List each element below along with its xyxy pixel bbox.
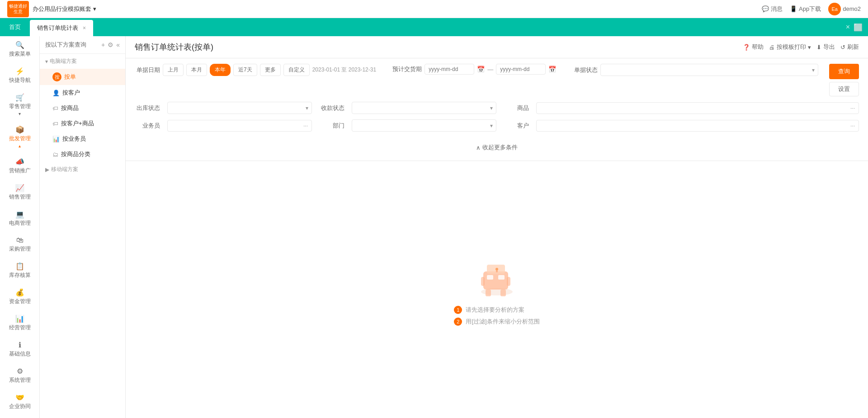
sidebar-item-wholesale-label: 批发管理 <box>9 135 31 142</box>
sidebar-item-operations[interactable]: 📊 经营管理 <box>0 310 39 336</box>
help-button[interactable]: ❓ 帮助 <box>743 43 764 51</box>
sidebar-item-ecommerce[interactable]: 💻 电商管理 <box>0 205 39 232</box>
scheme-by-customer[interactable]: 👤 按客户 <box>40 85 125 100</box>
user-menu[interactable]: Ea demo2 <box>828 3 861 15</box>
scheme-by-salesperson-label: 按业务员 <box>62 135 86 143</box>
collapse-panel-button[interactable]: « <box>116 41 120 48</box>
collapse-row: ∧ 收起更多条件 <box>135 137 859 155</box>
sidebar-item-retail[interactable]: 🛒 零售管理 ▾ <box>0 89 39 121</box>
customer-input[interactable]: ··· <box>536 120 859 132</box>
print-button[interactable]: 🖨 按模板打印 ▾ <box>769 43 811 51</box>
print-label: 按模板打印 <box>777 43 806 51</box>
filter-area: 单据日期 上月 本月 本年 近7天 更多 自定义 2023-01-01 至 20… <box>126 58 868 161</box>
sidebar-item-shortcuts-label: 快捷导航 <box>9 76 31 84</box>
date-label: 单据日期 <box>135 66 160 74</box>
svg-rect-4 <box>481 277 485 286</box>
search-button[interactable]: 查询 <box>829 64 859 79</box>
scheme-by-order[interactable]: 按 按单 <box>40 69 125 85</box>
empty-hint-2: 2 用[过滤]条件来缩小分析范围 <box>454 318 539 326</box>
date-btn-7days[interactable]: 近7天 <box>233 64 257 76</box>
logo: 畅捷通好生意 <box>7 1 29 17</box>
maximize-button[interactable]: ⬜ <box>854 23 863 32</box>
scheme-by-product-category[interactable]: 🗂 按商品分类 <box>40 147 125 162</box>
sidebar-item-finance[interactable]: 💰 资金管理 <box>0 284 39 310</box>
scheme-by-customer-product-label: 按客户+商品 <box>61 119 94 128</box>
collapse-button[interactable]: ∧ 收起更多条件 <box>476 140 518 155</box>
sidebar-item-operations-label: 经营管理 <box>9 324 31 332</box>
sidebar-item-system[interactable]: ⚙ 系统管理 <box>0 362 39 389</box>
sidebar-item-purchase[interactable]: 🛍 采购管理 <box>0 232 39 257</box>
date-btn-this-year[interactable]: 本年 <box>210 64 231 76</box>
department-label: 部门 <box>319 122 344 130</box>
customer-product-icon: 🏷 <box>52 120 58 127</box>
date-btn-this-month[interactable]: 本月 <box>186 64 207 76</box>
print-dropdown-icon: ▾ <box>808 44 811 51</box>
date-btn-custom[interactable]: 自定义 <box>283 64 310 76</box>
tab-close-button[interactable]: × <box>83 25 86 31</box>
content-area: 按以下方案查询 + ⚙ « ▾ 电脑端方案 按 按单 👤 按客户 🏷 <box>40 36 868 418</box>
sidebar-item-search[interactable]: 🔍 搜索菜单 <box>0 36 39 62</box>
help-icon: ❓ <box>743 44 750 51</box>
expected-date-end-input[interactable] <box>496 64 546 75</box>
payment-status-select[interactable] <box>352 102 496 114</box>
scheme-by-order-label: 按单 <box>64 73 76 81</box>
settings-button[interactable]: 设置 <box>829 82 859 96</box>
date-btn-last-month[interactable]: 上月 <box>163 64 184 76</box>
sidebar-item-wholesale[interactable]: 📦 批发管理 ▴ <box>0 121 39 153</box>
bill-status-select[interactable] <box>600 64 818 76</box>
salesperson-more-btn[interactable]: ··· <box>303 123 308 129</box>
scheme-by-product[interactable]: 🏷 按商品 <box>40 100 125 116</box>
customer-more-btn[interactable]: ··· <box>850 123 855 129</box>
settings-scheme-button[interactable]: ⚙ <box>108 41 113 48</box>
sidebar-item-shortcuts[interactable]: ⚡ 快捷导航 <box>0 62 39 89</box>
message-button[interactable]: 💬 消息 <box>762 5 783 13</box>
date-range-display: 2023-01-01 至 2023-12-31 <box>312 66 376 74</box>
scheme-by-product-category-label: 按商品分类 <box>61 150 90 158</box>
minimize-button[interactable]: × <box>846 23 850 31</box>
customer-label: 客户 <box>504 122 529 130</box>
print-icon: 🖨 <box>769 44 775 51</box>
refresh-label: 刷新 <box>847 43 859 51</box>
department-wrapper <box>352 119 496 132</box>
delivery-status-wrapper <box>167 102 312 114</box>
delivery-status-select[interactable] <box>167 102 312 114</box>
tab-active[interactable]: 销售订单统计表 × <box>30 20 93 36</box>
department-select[interactable] <box>352 119 496 132</box>
salesperson-label: 业务员 <box>135 122 160 130</box>
action-buttons: 查询 设置 <box>826 64 859 96</box>
sidebar-item-basic-info-label: 基础信息 <box>9 350 31 358</box>
sidebar-item-marketing[interactable]: 📣 营销推广 <box>0 153 39 179</box>
scheme-by-product-label: 按商品 <box>61 104 79 112</box>
left-panel: 按以下方案查询 + ⚙ « ▾ 电脑端方案 按 按单 👤 按客户 🏷 <box>40 36 126 418</box>
product-more-btn[interactable]: ··· <box>850 105 855 111</box>
refresh-button[interactable]: ↺ 刷新 <box>840 43 859 51</box>
calendar-icon-1[interactable]: 📅 <box>477 66 485 73</box>
filter-row-2: 出库状态 收款状态 商品 ··· <box>135 102 859 114</box>
retail-icon: 🛒 <box>15 93 24 102</box>
company-selector[interactable]: 办公用品行业模拟账套 ▾ <box>33 5 96 13</box>
scheme-by-salesperson[interactable]: 📊 按业务员 <box>40 131 125 147</box>
sidebar-item-enterprise[interactable]: 🤝 企业协同 <box>0 389 39 415</box>
calendar-icon-2[interactable]: 📅 <box>548 66 556 73</box>
app-download-button[interactable]: 📱 App下载 <box>790 5 821 13</box>
refresh-icon: ↺ <box>840 44 845 51</box>
salesperson-input[interactable]: ··· <box>167 120 312 132</box>
sidebar-item-inventory[interactable]: 📋 库存核算 <box>0 257 39 284</box>
hint-text-1: 请先选择要分析的方案 <box>466 306 524 314</box>
help-label: 帮助 <box>752 43 764 51</box>
sidebar-item-finance-label: 资金管理 <box>9 298 31 305</box>
sidebar-item-ecommerce-label: 电商管理 <box>9 219 31 227</box>
sidebar-item-newbie[interactable]: 🚀 新手引导 <box>0 415 39 418</box>
sidebar-item-basic-info[interactable]: ℹ 基础信息 <box>0 336 39 362</box>
export-button[interactable]: ⬇ 导出 <box>816 43 835 51</box>
date-btn-more[interactable]: 更多 <box>260 64 281 76</box>
svg-rect-2 <box>487 275 493 280</box>
scheme-by-customer-product[interactable]: 🏷 按客户+商品 <box>40 116 125 131</box>
svg-point-9 <box>495 268 498 271</box>
add-scheme-button[interactable]: + <box>101 41 105 48</box>
sidebar-item-sales[interactable]: 📈 销售管理 <box>0 179 39 205</box>
expected-date-start-input[interactable] <box>425 64 474 75</box>
tab-home[interactable]: 首页 <box>0 18 30 36</box>
message-icon: 💬 <box>762 5 769 12</box>
product-input[interactable]: ··· <box>536 102 859 114</box>
